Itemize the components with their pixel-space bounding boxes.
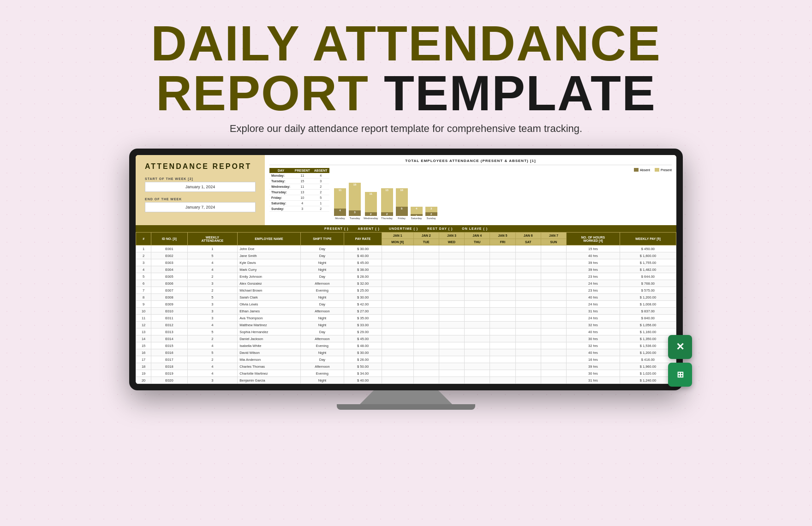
present-num: 10 (396, 189, 408, 191)
cell-sat (515, 266, 541, 273)
cell-num: 6 (136, 280, 151, 287)
present-num: 11 (334, 189, 346, 191)
summary-item: REST DAY ( ) (427, 227, 453, 230)
cell-weekly-pay: $ 1,056.00 (620, 322, 676, 329)
cell-sat (515, 349, 541, 356)
cell-weekly-pay: $ 1,482.00 (620, 266, 676, 273)
table-row: 10 E010 3 Ethan James Afternoon $ 27.00 … (136, 308, 676, 315)
cell-weekly: 4 (187, 342, 238, 349)
cell-sat (515, 356, 541, 363)
cell-sat (515, 280, 541, 287)
monitor-container: ATTENDANCE REPORT START OF THE WEEK [2] … (129, 149, 683, 410)
cell-pay: $ 27.00 (344, 308, 382, 315)
cell-fri (490, 315, 515, 322)
col-wed: Wed (439, 239, 464, 245)
cell-shift: Night (300, 259, 344, 266)
bar-stack: 5 10 (396, 188, 408, 216)
cell-shift: Evening (300, 287, 344, 294)
cell-num: 1 (136, 245, 151, 252)
spreadsheet: ATTENDANCE REPORT START OF THE WEEK [2] … (136, 155, 676, 384)
cell-num: 5 (136, 273, 151, 280)
cell-id: E004 (151, 266, 187, 273)
bar-day-label: Tuesday (350, 217, 360, 220)
legend-absent-label: Absent (640, 168, 650, 172)
main-table-container: # ID NO. [3] WEEKLYATTENDANCE EMPLOYEE N… (136, 232, 676, 384)
cell-pay: $ 45.00 (344, 259, 382, 266)
cell-name: Alex Gonzalez (238, 280, 300, 287)
cell-mon (382, 266, 413, 273)
cell-thu (465, 342, 490, 349)
cell-shift: Day (300, 356, 344, 363)
col-id: ID NO. [3] (151, 233, 187, 245)
sheets-icon[interactable]: ⊞ (668, 363, 692, 387)
cell-thu (465, 266, 490, 273)
table-row: 16 E016 5 David Wilson Night $ 30.00 40 … (136, 349, 676, 356)
cell-tue (413, 329, 439, 335)
cell-wed (439, 252, 464, 259)
cell-num: 7 (136, 287, 151, 294)
table-row: 9 E009 3 Olivia Lewis Day $ 42.00 24 hrs… (136, 301, 676, 308)
excel-icons: ✕ ⊞ (668, 335, 692, 387)
top-section: ATTENDANCE REPORT START OF THE WEEK [2] … (136, 155, 676, 225)
table-row: 1 E001 1 John Doe Day $ 30.00 15 hrs $ 4… (136, 245, 676, 252)
col-sat: Sat (515, 239, 541, 245)
chart-legend: Absent Present (334, 168, 672, 172)
present-num: 3 (425, 207, 437, 210)
cell-weekly: 4 (187, 370, 238, 377)
col-shift: SHIFT TYPE (300, 233, 344, 245)
col-jan6: Jan 6 (515, 233, 541, 239)
cell-sat (515, 329, 541, 335)
cell-name: Ava Thompson (238, 315, 300, 322)
cell-weekly: 1 (187, 245, 238, 252)
cell-mon (382, 349, 413, 356)
cell-weekly: 2 (187, 335, 238, 342)
cell-thu (465, 363, 490, 370)
present-num: 13 (381, 189, 393, 191)
cell-id: E008 (151, 294, 187, 301)
excel-icon[interactable]: ✕ (668, 335, 692, 359)
chart-row: Tuesday:153 (269, 179, 329, 184)
subtitle: Explore our daily attendance report temp… (230, 123, 582, 135)
cell-weekly-pay: $ 768.00 (620, 280, 676, 287)
cell-name: Jane Smith (238, 252, 300, 259)
cell-hours: 16 hrs (567, 356, 620, 363)
cell-pay: $ 32.00 (344, 280, 382, 287)
cell-weekly: 3 (187, 315, 238, 322)
cell-weekly: 5 (187, 252, 238, 259)
cell-fri (490, 280, 515, 287)
col-day: DAY (269, 168, 293, 173)
cell-sat (515, 377, 541, 384)
bar-group: 2 11 Wednesday (364, 192, 378, 220)
bar-day-label: Friday (398, 217, 406, 220)
table-row: 14 E014 2 Daniel Jackson Afternoon $ 45.… (136, 335, 676, 342)
monitor-wrapper: ATTENDANCE REPORT START OF THE WEEK [2] … (129, 149, 683, 410)
chart-row: Wednesday:112 (269, 184, 329, 190)
legend-present-box (655, 168, 659, 172)
cell-thu (465, 377, 490, 384)
cell-fri (490, 363, 515, 370)
cell-tue (413, 287, 439, 294)
cell-name: Emily Johnson (238, 273, 300, 280)
cell-hours: 24 hrs (567, 301, 620, 308)
cell-weekly-pay: $ 1,160.00 (620, 329, 676, 335)
bar-group: 3 15 Tuesday (349, 183, 361, 220)
cell-sat (515, 370, 541, 377)
cell-num: 2 (136, 252, 151, 259)
table-row: 13 E013 5 Sophia Hernandez Day $ 29.00 4… (136, 329, 676, 335)
bar-day-label: Monday (335, 217, 345, 220)
col-jan1: Jan 1 (382, 233, 413, 239)
bar-absent: 4 (334, 209, 346, 216)
page-wrapper: DAILY ATTENDANCE REPORT TEMPLATE Explore… (0, 0, 812, 419)
table-row: 7 E007 2 Michael Brown Evening $ 25.00 2… (136, 287, 676, 294)
bar-present: 10 (396, 188, 408, 207)
cell-tue (413, 259, 439, 266)
cell-fri (490, 294, 515, 301)
cell-num: 4 (136, 266, 151, 273)
chart-title: TOTAL EMPLOYEES ATTENDANCE (PRESENT & AB… (269, 159, 672, 165)
cell-hours: 39 hrs (567, 266, 620, 273)
chart-row: Monday:114 (269, 173, 329, 179)
cell-tue (413, 342, 439, 349)
cell-num: 19 (136, 370, 151, 377)
cell-shift: Night (300, 294, 344, 301)
cell-wed (439, 287, 464, 294)
